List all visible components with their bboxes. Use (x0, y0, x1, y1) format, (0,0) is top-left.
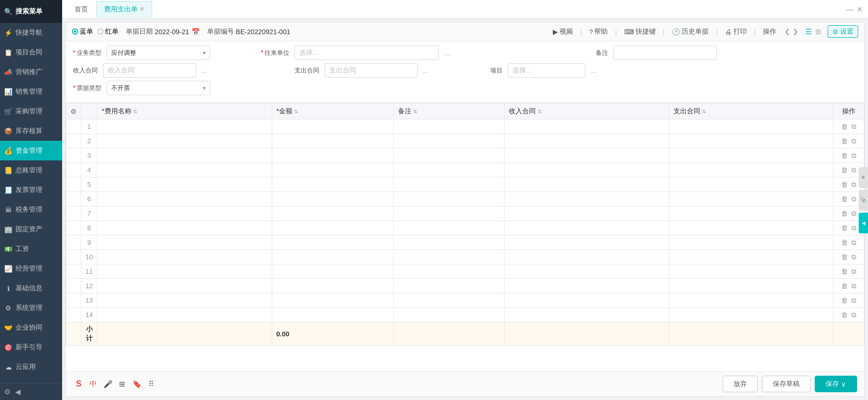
nav-next-btn[interactable]: ❯ (792, 28, 799, 35)
copy-icon-10[interactable]: ⧉ (851, 253, 856, 261)
cell-income-contract-12[interactable] (505, 279, 669, 293)
cell-expense-contract-6[interactable] (669, 192, 833, 206)
video-btn[interactable]: ▶ 视频 (551, 26, 575, 37)
sidebar-item-sales[interactable]: 📊销售管理 (0, 82, 62, 101)
sort-expense-name-icon[interactable]: ⇅ (133, 109, 137, 114)
cell-expense-name-9[interactable] (97, 235, 272, 250)
radio-red[interactable]: 红单 (97, 27, 119, 36)
sidebar-item-accounting[interactable]: 📒总账管理 (0, 160, 62, 180)
sidebar-item-marketing[interactable]: 📣营销推广 (0, 62, 62, 82)
sidebar-item-procurement[interactable]: 🛒采购管理 (0, 101, 62, 121)
cell-expense-name-4[interactable] (97, 163, 272, 177)
cell-expense-name-1[interactable] (97, 120, 272, 134)
cell-expense-contract-8[interactable] (669, 221, 833, 235)
cell-expense-name-13[interactable] (97, 293, 272, 308)
cell-remark-5[interactable] (393, 177, 505, 192)
sidebar-item-enterprise[interactable]: 🤝企业协同 (0, 318, 62, 337)
sort-income-icon[interactable]: ⇅ (538, 109, 542, 114)
cell-remark-12[interactable] (393, 279, 505, 293)
cell-remark-2[interactable] (393, 134, 505, 149)
cell-expense-contract-11[interactable] (669, 264, 833, 279)
cell-expense-contract-2[interactable] (669, 134, 833, 149)
operations-btn[interactable]: 操作 (761, 26, 778, 37)
sidebar-item-basic-info[interactable]: ℹ基础信息 (0, 278, 62, 298)
cell-amount-6[interactable] (272, 192, 393, 206)
copy-icon-2[interactable]: ⧉ (851, 137, 856, 145)
sidebar-item-capital[interactable]: 💰资金管理 (0, 141, 62, 160)
cell-expense-contract-12[interactable] (669, 279, 833, 293)
delete-icon-14[interactable]: 🗑 (841, 311, 848, 319)
cell-remark-13[interactable] (393, 293, 505, 308)
cell-expense-contract-7[interactable] (669, 206, 833, 221)
cell-expense-contract-9[interactable] (669, 235, 833, 250)
cell-amount-5[interactable] (272, 177, 393, 192)
save-draft-button[interactable]: 保存草稿 (762, 376, 811, 392)
copy-icon-9[interactable]: ⧉ (851, 239, 856, 246)
sidebar-item-operations[interactable]: 📈经营管理 (0, 259, 62, 278)
copy-icon-5[interactable]: ⧉ (851, 181, 856, 188)
sidebar-item-quick-nav[interactable]: ⚡快捷导航 (0, 23, 62, 42)
radio-blue[interactable]: 蓝单 (72, 27, 93, 36)
cell-income-contract-13[interactable] (505, 293, 669, 308)
delete-icon-3[interactable]: 🗑 (841, 152, 848, 159)
discard-button[interactable]: 放弃 (723, 376, 758, 392)
zhong-icon[interactable]: 中 (87, 378, 99, 390)
cell-amount-11[interactable] (272, 264, 393, 279)
income-dots[interactable]: ... (201, 66, 208, 75)
copy-icon-8[interactable]: ⧉ (851, 224, 856, 232)
cell-remark-1[interactable] (393, 120, 505, 134)
cell-expense-contract-1[interactable] (669, 120, 833, 134)
sidebar-item-fixed-assets[interactable]: 🏢固定资产 (0, 219, 62, 239)
cell-amount-10[interactable] (272, 250, 393, 264)
cell-remark-10[interactable] (393, 250, 505, 264)
cell-income-contract-10[interactable] (505, 250, 669, 264)
apps-icon[interactable]: ⠿ (145, 378, 157, 390)
delete-icon-6[interactable]: 🗑 (841, 195, 848, 203)
table-icon[interactable]: ⊞ (116, 378, 128, 390)
view-list-btn[interactable]: ☰ (804, 26, 813, 37)
delete-icon-5[interactable]: 🗑 (841, 181, 848, 188)
cell-expense-contract-5[interactable] (669, 177, 833, 192)
settings-btn[interactable]: ⚙ 设置 (828, 25, 858, 38)
cell-expense-name-2[interactable] (97, 134, 272, 149)
cell-amount-13[interactable] (272, 293, 393, 308)
sidebar-item-tax[interactable]: 🏛税务管理 (0, 200, 62, 219)
cell-income-contract-1[interactable] (505, 120, 669, 134)
counterparty-input[interactable]: 选择... (295, 46, 439, 60)
copy-icon-6[interactable]: ⧉ (851, 195, 856, 203)
cell-expense-contract-3[interactable] (669, 149, 833, 163)
delete-icon-8[interactable]: 🗑 (841, 224, 848, 232)
delete-icon-13[interactable]: 🗑 (841, 297, 848, 304)
cell-remark-14[interactable] (393, 308, 505, 322)
tab-expense[interactable]: 费用支出单 ✕ (96, 1, 152, 18)
cell-remark-3[interactable] (393, 149, 505, 163)
cell-amount-1[interactable] (272, 120, 393, 134)
cell-expense-name-12[interactable] (97, 279, 272, 293)
copy-icon-7[interactable]: ⧉ (851, 210, 856, 217)
cell-remark-9[interactable] (393, 235, 505, 250)
cell-remark-8[interactable] (393, 221, 505, 235)
cell-income-contract-5[interactable] (505, 177, 669, 192)
remark-input[interactable] (613, 46, 717, 60)
right-edge-btn-3[interactable]: ◀ (859, 213, 868, 233)
cell-income-contract-2[interactable] (505, 134, 669, 149)
cell-income-contract-3[interactable] (505, 149, 669, 163)
sort-expense-icon[interactable]: ⇅ (702, 109, 706, 114)
cell-expense-name-7[interactable] (97, 206, 272, 221)
delete-icon-4[interactable]: 🗑 (841, 166, 848, 174)
delete-icon-11[interactable]: 🗑 (841, 268, 848, 275)
cell-income-contract-9[interactable] (505, 235, 669, 250)
delete-icon-12[interactable]: 🗑 (841, 282, 848, 290)
sort-remark-icon[interactable]: ⇅ (413, 109, 417, 114)
cell-amount-7[interactable] (272, 206, 393, 221)
copy-icon-13[interactable]: ⧉ (851, 297, 856, 304)
project-input[interactable]: 选择... (508, 63, 585, 78)
expense-contract-input[interactable]: 支出合同 (325, 63, 418, 78)
cell-income-contract-8[interactable] (505, 221, 669, 235)
nav-prev-btn[interactable]: ❮ (784, 28, 791, 35)
copy-icon-14[interactable]: ⧉ (851, 311, 856, 319)
copy-icon-4[interactable]: ⧉ (851, 166, 856, 174)
delete-icon-10[interactable]: 🗑 (841, 253, 848, 261)
delete-icon-1[interactable]: 🗑 (841, 123, 848, 130)
cell-expense-name-10[interactable] (97, 250, 272, 264)
